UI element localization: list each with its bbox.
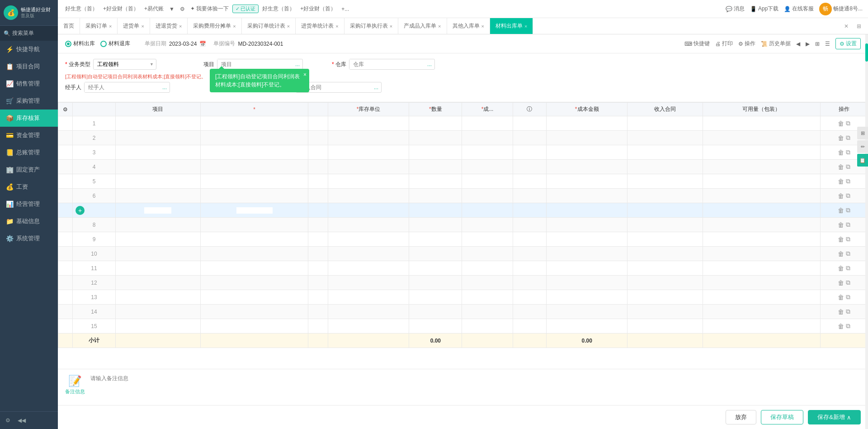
row-cell-9-5[interactable]	[547, 232, 627, 247]
row-cell-6-5[interactable]	[547, 189, 627, 203]
row-cell-3-5[interactable]	[547, 145, 627, 160]
row-cell-13-0[interactable]	[308, 290, 328, 305]
tab-inbound[interactable]: 进货单 ×	[118, 18, 150, 34]
copy-btn-1[interactable]: ⧉	[846, 119, 850, 127]
row-cell-13-6[interactable]	[627, 290, 703, 305]
row-cell-15-7[interactable]	[703, 319, 820, 334]
tab-inbound-stats-close[interactable]: ×	[335, 24, 338, 29]
topbar-more-dropdown[interactable]: ▼	[167, 5, 176, 13]
tab-material-outbound[interactable]: 材料出库单 ×	[490, 18, 533, 34]
note-textarea[interactable]	[90, 375, 861, 387]
tab-inbound-stats[interactable]: 进货单统计表 ×	[296, 18, 344, 34]
row-material-2[interactable]	[200, 131, 308, 145]
delete-btn-13[interactable]: 🗑	[838, 294, 844, 301]
add-row-btn[interactable]: +	[75, 206, 85, 215]
row-cell-6-0[interactable]	[308, 189, 328, 203]
row-cell-10-1[interactable]	[328, 247, 409, 261]
project-input[interactable]	[217, 59, 292, 69]
row-cell-2-2[interactable]	[409, 131, 462, 145]
copy-btn-7[interactable]: ⧉	[846, 206, 850, 214]
row-cell-2-6[interactable]	[627, 131, 703, 145]
row-cell-8-7[interactable]	[703, 218, 820, 232]
row-item-6[interactable]	[116, 189, 201, 203]
row-material-3[interactable]	[200, 145, 308, 160]
print-btn[interactable]: 🖨 打印	[715, 40, 733, 48]
row-cell-3-0[interactable]	[308, 145, 328, 160]
topbar-ellipsis[interactable]: +...	[340, 5, 351, 13]
delete-btn-11[interactable]: 🗑	[838, 265, 844, 272]
copy-btn-11[interactable]: ⧉	[846, 264, 850, 272]
topbar-settings-icon[interactable]: ⚙	[178, 5, 187, 13]
row-item-input-7[interactable]	[144, 207, 171, 214]
row-cell-10-2[interactable]	[409, 247, 462, 261]
row-cell-4-5[interactable]	[547, 160, 627, 174]
sidebar-item-ledger[interactable]: 📒 总账管理	[0, 144, 58, 161]
row-cell-12-2[interactable]	[409, 276, 462, 290]
copy-btn-4[interactable]: ⧉	[846, 163, 850, 171]
row-cell-5-2[interactable]	[409, 174, 462, 189]
row-cell-5-0[interactable]	[308, 174, 328, 189]
row-cell-12-3[interactable]	[462, 276, 513, 290]
row-cell-11-1[interactable]	[328, 261, 409, 276]
topbar-link-haoshengyi[interactable]: 好生意（首）	[63, 4, 99, 14]
sidebar-settings-btn[interactable]: ⚙	[4, 415, 12, 425]
right-tool-2[interactable]: ✏	[857, 140, 868, 153]
row-cell-14-0[interactable]	[308, 305, 328, 319]
tab-inbound-close[interactable]: ×	[141, 24, 144, 29]
sidebar-item-basic[interactable]: 📁 基础信息	[0, 213, 58, 230]
row-cell-4-3[interactable]	[462, 160, 513, 174]
save-new-button[interactable]: 保存&新增 ∧	[808, 410, 861, 424]
row-cell-14-4[interactable]	[513, 305, 547, 319]
row-cell-2-1[interactable]	[328, 131, 409, 145]
sidebar-item-assets[interactable]: 🏢 固定资产	[0, 161, 58, 178]
row-material-8[interactable]	[200, 218, 308, 232]
row-cell-10-0[interactable]	[308, 247, 328, 261]
row-cell-5-6[interactable]	[627, 174, 703, 189]
row-cell-11-6[interactable]	[627, 261, 703, 276]
delete-btn-5[interactable]: 🗑	[838, 178, 844, 185]
row-cell-10-5[interactable]	[547, 247, 627, 261]
copy-btn-5[interactable]: ⧉	[846, 177, 850, 185]
sidebar-search[interactable]: 🔍 搜索菜单	[0, 26, 58, 41]
row-cell-8-6[interactable]	[627, 218, 703, 232]
tab-purchase-exec-close[interactable]: ×	[390, 24, 392, 29]
row-cell-8-0[interactable]	[308, 218, 328, 232]
row-cell-5-4[interactable]	[513, 174, 547, 189]
row-cell-3-6[interactable]	[627, 145, 703, 160]
row-cell-1-1[interactable]	[328, 116, 409, 131]
row-material-1[interactable]	[200, 116, 308, 131]
row-cell-14-3[interactable]	[462, 305, 513, 319]
row-material-13[interactable]	[200, 290, 308, 305]
row-cell-7-6[interactable]	[627, 203, 703, 218]
delete-btn-14[interactable]: 🗑	[838, 308, 844, 315]
row-cell-8-4[interactable]	[513, 218, 547, 232]
row-cell-10-4[interactable]	[513, 247, 547, 261]
doc-date-value[interactable]: 2023-03-24	[169, 41, 197, 47]
row-cell-6-6[interactable]	[627, 189, 703, 203]
row-cell-5-7[interactable]	[703, 174, 820, 189]
row-cell-15-4[interactable]	[513, 319, 547, 334]
operations-btn[interactable]: ⚙ 操作	[738, 40, 755, 48]
delete-btn-15[interactable]: 🗑	[838, 323, 844, 330]
row-item-8[interactable]	[116, 218, 201, 232]
row-cell-15-3[interactable]	[462, 319, 513, 334]
tab-purchase-order-close[interactable]: ×	[109, 24, 112, 29]
row-item-11[interactable]	[116, 261, 201, 276]
topbar-link-haoshengyi2[interactable]: 好生意（首）	[260, 4, 297, 14]
copy-btn-12[interactable]: ⧉	[846, 279, 850, 286]
row-cell-7-5[interactable]	[547, 203, 627, 218]
grid-view-btn[interactable]: ⊞	[815, 41, 820, 47]
row-cell-11-0[interactable]	[308, 261, 328, 276]
delete-btn-8[interactable]: 🗑	[838, 221, 844, 229]
copy-btn-6[interactable]: ⧉	[846, 192, 850, 200]
row-cell-12-4[interactable]	[513, 276, 547, 290]
row-cell-5-5[interactable]	[547, 174, 627, 189]
row-cell-7-7[interactable]	[703, 203, 820, 218]
doc-num-value[interactable]: MD-20230324-001	[238, 41, 283, 47]
row-item-10[interactable]	[116, 247, 201, 261]
row-cell-1-4[interactable]	[513, 116, 547, 131]
row-cell-10-6[interactable]	[627, 247, 703, 261]
row-material-14[interactable]	[200, 305, 308, 319]
row-cell-13-4[interactable]	[513, 290, 547, 305]
right-tool-1[interactable]: ⊞	[857, 127, 868, 139]
